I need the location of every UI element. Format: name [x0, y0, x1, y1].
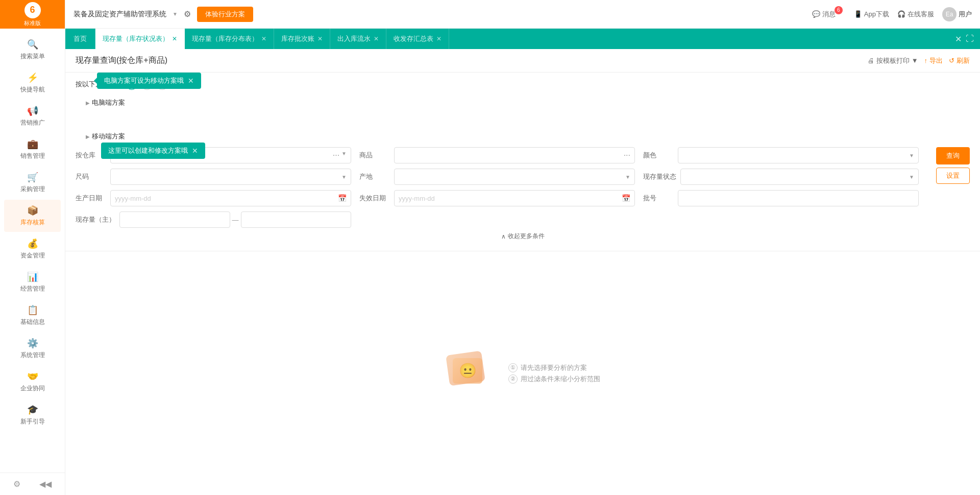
sidebar-item-quicknav-label: 快捷导航 [20, 85, 45, 94]
tab-bar: 首页 现存量（库存状况表） ✕ 现存量（库存分布表） ✕ 库存批次账 ✕ 出入库… [65, 29, 980, 49]
sidebar-item-finance[interactable]: 💰 资金管理 [4, 233, 61, 265]
reset-button[interactable]: 设置 [936, 168, 970, 184]
batch-input[interactable] [678, 190, 919, 206]
system-dropdown-arrow[interactable]: ▼ [173, 11, 178, 17]
tooltip1-close[interactable]: ✕ [188, 77, 194, 85]
export-label: 导出 [929, 56, 943, 65]
app-download-label: App下载 [864, 10, 889, 19]
headset-icon: 🎧 [897, 10, 905, 18]
tab-bar-right: ✕ ⛶ [949, 29, 980, 49]
filter-row-stock-status: 现存量状态 ▼ [643, 169, 919, 185]
produce-date-calendar-icon[interactable]: 📅 [338, 194, 347, 202]
empty-box-face: 😐 [453, 358, 482, 384]
sidebar-item-purchase[interactable]: 🛒 采购管理 [4, 167, 61, 199]
sidebar-item-sales-label: 销售管理 [20, 152, 45, 160]
refresh-btn[interactable]: ↺ 刷新 [949, 56, 970, 65]
sidebar-item-search[interactable]: 🔍 搜索菜单 [4, 34, 61, 66]
tooltip2-close[interactable]: ✕ [192, 147, 198, 155]
sidebar-item-operations[interactable]: 📊 经营管理 [4, 266, 61, 298]
origin-label: 产地 [359, 172, 390, 181]
avatar: Ea [942, 7, 957, 21]
tab-summary-close[interactable]: ✕ [436, 35, 442, 42]
stock-qty-max-input[interactable] [241, 211, 352, 228]
collapse-bar[interactable]: ∧ 收起更多条件 [76, 228, 970, 245]
product-dots[interactable]: ··· [624, 151, 630, 160]
system-icon: ⚙️ [27, 338, 38, 349]
header-settings-icon[interactable]: ⚙ [184, 9, 191, 19]
expire-date-calendar-icon[interactable]: 📅 [622, 194, 630, 202]
logo-icon: 6 [24, 2, 41, 18]
user-item[interactable]: Ea 用户 [942, 7, 972, 21]
expire-date-input[interactable]: yyyy-mm-dd 📅 [394, 190, 635, 206]
tab-home[interactable]: 首页 [65, 29, 95, 49]
sidebar-item-system[interactable]: ⚙️ 系统管理 [4, 333, 61, 365]
sidebar-item-basic[interactable]: 📋 基础信息 [4, 299, 61, 332]
data-area: 😐 ① 请先选择要分析的方案 ② 用过滤条件来缩小分析范围 [65, 251, 980, 495]
tab-stock-dist-close[interactable]: ✕ [261, 35, 266, 42]
sidebar-item-marketing[interactable]: 📢 营销推广 [4, 100, 61, 132]
tab-close-all-icon[interactable]: ✕ [955, 34, 962, 44]
tab-summary[interactable]: 收发存汇总表 ✕ [386, 29, 449, 49]
message-badge: 6 [835, 6, 843, 14]
produce-date-input[interactable]: yyyy-mm-dd 📅 [110, 190, 351, 206]
batch-label: 批号 [643, 194, 674, 203]
filter-row-size: 尺码 ▼ [76, 169, 351, 185]
collapse-sidebar-icon[interactable]: ◀◀ [39, 479, 52, 489]
warehouse-dots[interactable]: ··· [333, 151, 339, 160]
corp-icon: 🤝 [27, 371, 38, 382]
size-select[interactable]: ▼ [110, 169, 351, 185]
tab-home-label: 首页 [74, 34, 87, 43]
basic-icon: 📋 [27, 304, 38, 316]
tab-batch-close[interactable]: ✕ [317, 35, 323, 42]
query-button[interactable]: 查询 [936, 147, 970, 164]
tab-stock-dist[interactable]: 现存量（库存分布表） ✕ [185, 29, 274, 49]
system-name: 装备及固定资产辅助管理系统 [74, 10, 166, 19]
message-item[interactable]: 💬 消息 6 [812, 10, 846, 19]
tab-batch-label: 库存批次账 [281, 34, 314, 43]
tab-batch[interactable]: 库存批次账 ✕ [274, 29, 330, 49]
color-label: 颜色 [643, 151, 674, 160]
stock-qty-range: — [119, 211, 351, 228]
tab-inout-close[interactable]: ✕ [374, 35, 379, 42]
sales-icon: 💼 [27, 138, 38, 150]
export-btn[interactable]: ↑ 导出 [924, 56, 943, 65]
app-download-item[interactable]: 📱 App下载 [854, 10, 889, 19]
tab-fullscreen-icon[interactable]: ⛶ [966, 34, 974, 43]
refresh-label: 刷新 [957, 56, 970, 65]
settings-bottom-icon[interactable]: ⚙ [13, 479, 20, 489]
tab-stock-status[interactable]: 现存量（库存状况表） ✕ [95, 29, 185, 49]
filter-grid-wrapper: 按仓库 ··· ▼ 商品 [76, 147, 970, 228]
sidebar-item-newbie[interactable]: 🎓 新手引导 [4, 399, 61, 431]
stock-status-select[interactable]: ▼ [680, 169, 919, 185]
stock-qty-min-input[interactable] [119, 211, 230, 228]
scheme-item-pc[interactable]: ▶ 电脑端方案 [82, 96, 970, 109]
sidebar-item-sales[interactable]: 💼 销售管理 [4, 133, 61, 166]
tip1-num: ① [508, 363, 518, 372]
filter-row-origin: 产地 ▼ [359, 169, 635, 185]
scheme-item-mobile[interactable]: ▶ 移动端方案 [82, 130, 970, 143]
tab-stock-status-close[interactable]: ✕ [172, 35, 177, 42]
origin-select[interactable]: ▼ [394, 169, 635, 185]
color-select[interactable]: ▼ [678, 147, 919, 163]
stock-status-label: 现存量状态 [643, 172, 676, 181]
top-header: 装备及固定资产辅助管理系统 ▼ ⚙ 体验行业方案 💬 消息 6 📱 App下载 … [65, 0, 980, 29]
scheme-mobile-label: 移动端方案 [92, 132, 125, 141]
sidebar-item-quicknav[interactable]: ⚡ 快捷导航 [4, 67, 61, 99]
sidebar-item-inventory[interactable]: 📦 库存核算 [4, 200, 61, 232]
collapse-up-icon: ∧ [501, 233, 506, 240]
tab-inout[interactable]: 出入库流水 ✕ [330, 29, 386, 49]
print-btn[interactable]: 🖨 按模板打印 ▼ [868, 56, 918, 65]
product-select[interactable]: ··· [394, 147, 635, 163]
header-right: 💬 消息 6 📱 App下载 🎧 在线客服 Ea 用户 [812, 7, 972, 21]
warehouse-arrow: ▼ [341, 151, 347, 160]
empty-state: 😐 ① 请先选择要分析的方案 ② 用过滤条件来缩小分析范围 [445, 350, 600, 396]
tooltip2-text: 这里可以创建和修改方案哦 [108, 146, 188, 155]
purchase-icon: 🛒 [27, 172, 38, 183]
sidebar-item-basic-label: 基础信息 [20, 318, 45, 326]
page-actions: 🖨 按模板打印 ▼ ↑ 导出 ↺ 刷新 [868, 56, 970, 65]
online-service-item[interactable]: 🎧 在线客服 [897, 10, 934, 19]
trial-button[interactable]: 体验行业方案 [197, 7, 253, 22]
sidebar-item-corp[interactable]: 🤝 企业协同 [4, 366, 61, 398]
filter-row-color: 颜色 ▼ [643, 147, 919, 163]
stock-qty-label: 现存量（主） [76, 215, 115, 224]
